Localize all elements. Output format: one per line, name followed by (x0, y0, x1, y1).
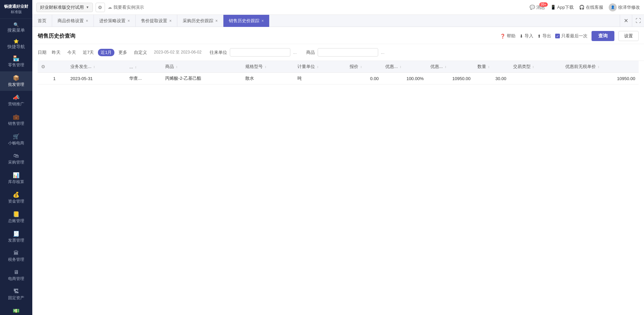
date-opt-today[interactable]: 今天 (65, 49, 79, 56)
import-btn[interactable]: ⬇ 导入 (520, 33, 533, 39)
export-btn[interactable]: ⬆ 导出 (537, 33, 551, 39)
tab-expand-btn[interactable]: ⛶ (632, 15, 644, 27)
col-seq (50, 61, 67, 73)
sidebar-item-ecommerce[interactable]: 🖥 电商管理 (0, 266, 32, 285)
cell-spec: 散水 (242, 73, 294, 84)
tab-close-price-settings[interactable]: × (86, 19, 88, 23)
tab-selector[interactable]: 好业财标准版交付试用 ▼ (36, 3, 93, 12)
col-more1[interactable]: ... ↕ (126, 61, 162, 73)
table-body: 1 2023-05-31 华查... 丙烯酸-2-乙基己酯 散水 吨 0.00 … (38, 73, 639, 84)
inventory-icon: 📊 (13, 172, 20, 178)
tab-close-btn[interactable]: ✕ (620, 15, 632, 27)
sidebar-item-retail-mgmt[interactable]: 🏪 零售管理 (0, 52, 32, 71)
page-title: 销售历史价查询 (38, 33, 75, 40)
col-spec[interactable]: 规格型号 ↕ (242, 61, 294, 73)
message-icon: 💬 (530, 5, 535, 10)
tab-sales-history[interactable]: 销售历史价跟踪 × (223, 15, 270, 27)
col-trade-type[interactable]: 交易类型 ↕ (510, 61, 562, 73)
topbar-settings-btn[interactable]: ⚙ (96, 3, 105, 12)
demo-label: 我要看实例演示 (113, 4, 144, 10)
sort-more1-icon: ↕ (135, 65, 137, 69)
tab-price-extract[interactable]: 售价提取设置 × (136, 15, 177, 27)
help-icon: ❓ (500, 34, 505, 39)
message-btn[interactable]: 💬 消息 99+ (530, 4, 545, 10)
cell-unit: 吨 (294, 73, 346, 84)
table-header-row: ⚙ 业务发生... ↕ ... ↕ (38, 61, 639, 73)
query-button[interactable]: 查询 (592, 31, 614, 41)
date-opt-1month[interactable]: 近1月 (98, 49, 114, 56)
date-opt-7days[interactable]: 近7天 (80, 49, 97, 56)
tab-close-sales-history[interactable]: × (261, 19, 264, 23)
topbar-left: 好业财标准版交付试用 ▼ ⚙ ☁ 我要看实例演示 (36, 3, 526, 12)
col-qty[interactable]: 数量 ↕ (474, 61, 510, 73)
sort-price-icon: ↕ (360, 65, 362, 69)
col-date[interactable]: 业务发生... ↕ (67, 61, 126, 73)
sort-spec-icon: ↕ (265, 65, 266, 69)
sidebar-item-fixed-assets[interactable]: 🏗 固定资产 (0, 285, 32, 304)
tab-purchase-history[interactable]: 采购历史价跟踪 × (177, 15, 223, 27)
sidebar-item-ledger[interactable]: 📒 总账管理 (0, 208, 32, 227)
date-options: 昨天 今天 近7天 近1月 更多 自定义 (49, 49, 150, 56)
partner-label: 往来单位 (210, 49, 227, 56)
sidebar-item-sales-mgmt[interactable]: 💼 销售管理 (0, 110, 32, 130)
only-last-checkbox[interactable]: ✓ 只看最后一次 (555, 33, 587, 39)
table-row[interactable]: 1 2023-05-31 华查... 丙烯酸-2-乙基己酯 散水 吨 0.00 … (38, 73, 639, 84)
cell-pretax-price: 10950.00 (562, 73, 639, 84)
cell-date: 2023-05-31 (67, 73, 126, 84)
demo-btn[interactable]: ☁ 我要看实例演示 (108, 4, 144, 10)
sidebar-item-salary[interactable]: 💵 工资 (0, 304, 32, 315)
sidebar-item-inventory[interactable]: 📊 库存核算 (0, 169, 32, 188)
tab-price-extract-label: 售价提取设置 (141, 18, 167, 24)
sort-date-icon: ↕ (94, 65, 95, 69)
col-price[interactable]: 报价 ↕ (346, 61, 382, 73)
sidebar-item-tax[interactable]: 🏛 税务管理 (0, 247, 32, 266)
sidebar-item-wholesale-mgmt[interactable]: 📦 批发管理 (0, 71, 32, 91)
tab-close-price-extract[interactable]: × (169, 19, 172, 23)
cell-product: 丙烯酸-2-乙基己酯 (162, 73, 242, 84)
sidebar-logo: 畅捷通好业财 标准版 (0, 0, 32, 19)
search-icon: 🔍 (3, 22, 30, 27)
sidebar: 畅捷通好业财 标准版 🔍 搜索菜单 ⭐ 快捷导航 🏪 零售管理 📦 批发管理 📣… (0, 0, 32, 315)
tab-price-settings[interactable]: 商品价格设置 × (52, 15, 94, 27)
col-discount2[interactable]: 优惠... ↕ (427, 61, 474, 73)
sidebar-item-invoice[interactable]: 🧾 发票管理 (0, 227, 32, 247)
product-more-btn[interactable]: ... (380, 49, 386, 56)
tab-close-pricing-strategy[interactable]: × (128, 19, 130, 23)
marketing-icon: 📣 (13, 94, 20, 101)
online-service-btn[interactable]: 🎧 在线客服 (579, 4, 603, 10)
sidebar-item-quick-nav[interactable]: ⭐ 快捷导航 (0, 37, 32, 52)
col-unit[interactable]: 计量单位 ↕ (294, 61, 346, 73)
partner-input[interactable] (230, 48, 290, 57)
sidebar-item-purchase-mgmt[interactable]: 🛍 采购管理 (0, 149, 32, 169)
cell-trade-type (510, 73, 562, 84)
headset-icon: 🎧 (579, 5, 584, 10)
cell-gear (38, 73, 50, 84)
tab-pricing-strategy[interactable]: 进价策略设置 × (94, 15, 136, 27)
sidebar-item-search[interactable]: 🔍 搜索菜单 (0, 19, 32, 37)
table-gear-icon[interactable]: ⚙ (41, 64, 45, 69)
sidebar-item-marketing[interactable]: 📣 营销推广 (0, 91, 32, 110)
sort-trade-icon: ↕ (532, 65, 534, 69)
product-input[interactable] (318, 48, 378, 57)
col-product[interactable]: 商品 ↕ (162, 61, 242, 73)
settings-button[interactable]: 设置 (618, 31, 639, 41)
tab-close-purchase-history[interactable]: × (215, 19, 218, 23)
help-btn[interactable]: ❓ 帮助 (500, 33, 515, 39)
sort-discount1-icon: ↕ (400, 65, 401, 69)
sidebar-item-ecommerce-light[interactable]: 🛒 小畅电商 (0, 130, 32, 149)
app-icon: 📱 (550, 5, 556, 10)
col-discount1[interactable]: 优惠... ↕ (382, 61, 427, 73)
date-opt-custom[interactable]: 自定义 (131, 49, 150, 56)
sidebar-item-finance[interactable]: 💰 资金管理 (0, 188, 32, 208)
wholesale-icon: 📦 (13, 75, 20, 81)
partner-input-group: ... (230, 48, 298, 57)
tabs-bar: 首页 商品价格设置 × 进价策略设置 × 售价提取设置 × 采购历史价跟踪 × … (32, 15, 644, 27)
user-info[interactable]: 👤 徐泽华修改 (609, 3, 640, 11)
col-pretax-price[interactable]: 优惠前无税单价 ↕ (562, 61, 639, 73)
date-opt-more[interactable]: 更多 (116, 49, 130, 56)
partner-more-btn[interactable]: ... (292, 49, 298, 56)
date-opt-yesterday[interactable]: 昨天 (49, 49, 63, 56)
tab-home[interactable]: 首页 (32, 15, 52, 27)
sort-unit-icon: ↕ (317, 65, 319, 69)
app-download-btn[interactable]: 📱 App下载 (550, 4, 574, 10)
